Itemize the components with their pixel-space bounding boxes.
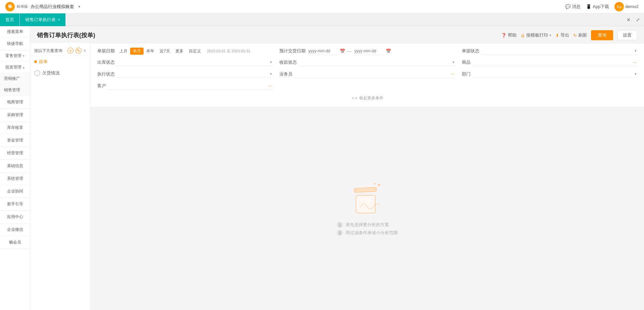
collapse-more-button[interactable]: ∧∧ 收起更多条件	[97, 93, 637, 103]
tip-text-1: 请先选择要分析的方案	[345, 222, 389, 228]
tab-sales-order[interactable]: 销售订单执行表 ×	[20, 13, 66, 26]
sidebar-item-wholesale-mgmt[interactable]: 批发管理 ▴	[0, 62, 30, 73]
custom-btn[interactable]: 自定义	[186, 48, 204, 55]
left-panel-collapse-button[interactable]: «	[84, 48, 86, 54]
left-panel-edit-button[interactable]: ✎	[75, 48, 82, 54]
sidebar-sub-item-marketing[interactable]: 营销推广	[0, 73, 30, 85]
filter-delivery-status-group: 出库状态 ▾	[97, 58, 273, 66]
filter-with-left-panel: 按以下方案查询 + ✎ « ✓ 按单 ○ 欠货情况	[30, 43, 644, 310]
left-panel-actions: + ✎ «	[67, 48, 86, 54]
page-header: 销售订单执行表(按单) ❓ 帮助 🖨 按模板打印 ▾ ⬇ 导出 ↻ 刷新	[30, 26, 644, 43]
tab-window-actions: ✕ ⤢	[623, 16, 644, 23]
status-label: 单据状态	[462, 48, 479, 54]
help-action[interactable]: ❓ 帮助	[501, 32, 517, 38]
sidebar-item-purchase[interactable]: 采购管理	[0, 109, 30, 121]
left-panel-item-by-order[interactable]: ✓ 按单	[30, 56, 90, 67]
sidebar-item-enterprise-collab[interactable]: 企业协同	[0, 185, 30, 198]
empty-state: ✦ ✦ ◠◡◠ 1 请先选择要分析的方案 2 用过滤条件来缩小分析范围	[91, 107, 644, 310]
current-month-btn[interactable]: 本月	[130, 48, 144, 55]
sidebar-item-enterprise-wechat[interactable]: 企业微信	[0, 223, 30, 236]
status-dropdown-icon: ▾	[635, 49, 637, 53]
date-range-text: 2023-03-01 至 2023-03-31	[207, 49, 251, 54]
execution-status-label: 执行状态	[97, 71, 115, 77]
tab-close-icon[interactable]: ×	[58, 17, 60, 22]
empty-sparkle-icon: ✦	[373, 182, 377, 186]
execution-status-select[interactable]: ▾	[117, 70, 273, 78]
delivery-start-date-input[interactable]	[308, 48, 338, 55]
user-action[interactable]: Ea demo2	[614, 2, 639, 11]
sidebar-item-inventory[interactable]: 库存核算	[0, 121, 30, 134]
page-title: 销售订单执行表(按单)	[37, 31, 95, 39]
sidebar-item-operations[interactable]: 经营管理	[0, 147, 30, 160]
status-select[interactable]: ▾	[481, 47, 637, 55]
header-left: 畅 标准版 办公用品行业模拟账套 ▾	[5, 2, 80, 11]
sidebar-item-member[interactable]: 畅会员	[0, 236, 30, 249]
execution-status-dropdown-icon: ▾	[270, 72, 272, 76]
end-calendar-icon[interactable]: 📅	[386, 49, 391, 54]
sidebar-item-finance[interactable]: 资金管理	[0, 134, 30, 147]
active-dot-icon: ✓	[34, 60, 37, 63]
delivery-end-date-input[interactable]	[354, 48, 384, 55]
header-right: 💬 消息 📱 App下载 Ea demo2	[565, 2, 639, 11]
customer-picker-button[interactable]: ···	[268, 83, 272, 88]
more-btn[interactable]: 更多	[173, 48, 186, 55]
recent7-btn[interactable]: 近7天	[157, 48, 173, 55]
top-header: 畅 标准版 办公用品行业模拟账套 ▾ 💬 消息 📱 App下载 Ea demo2	[0, 0, 644, 13]
download-icon: 📱	[586, 4, 591, 9]
sidebar-item-system-mgmt[interactable]: 系统管理	[0, 172, 30, 185]
retail-mgmt-arrow: ▾	[23, 54, 24, 58]
app-download-label: App下载	[593, 4, 609, 10]
tab-sales-order-label: 销售订单执行表	[25, 17, 56, 23]
payment-status-select[interactable]: ▾	[299, 59, 455, 66]
filter-date-group: 单据日期 上月 本月 本年 近7天 更多 自定义 2023-03-01 至 20…	[97, 47, 273, 55]
tab-home[interactable]: 首页	[0, 13, 20, 26]
settings-button[interactable]: 设置	[617, 30, 637, 40]
salesperson-picker-button[interactable]: ···	[450, 71, 454, 76]
breadcrumb: 办公用品行业模拟账套	[31, 4, 74, 10]
filter-row-3: 执行状态 ▾ 业务员 ···	[97, 70, 637, 78]
department-dropdown-icon: ▾	[635, 72, 637, 76]
content-area: 销售订单执行表(按单) ❓ 帮助 🖨 按模板打印 ▾ ⬇ 导出 ↻ 刷新	[30, 26, 644, 310]
right-content: 单据日期 上月 本月 本年 近7天 更多 自定义 2023-03-01 至 20…	[91, 43, 644, 310]
breadcrumb-dropdown-icon[interactable]: ▾	[78, 4, 80, 9]
left-panel-item-backorder[interactable]: ○ 欠货情况	[30, 67, 90, 79]
query-button[interactable]: 查询	[591, 30, 613, 40]
logo-subtext: 标准版	[17, 4, 28, 9]
left-panel-item1-label: 按单	[39, 59, 48, 65]
message-action[interactable]: 💬 消息	[565, 4, 581, 10]
sidebar-item-basic-info[interactable]: 基础信息	[0, 160, 30, 172]
wholesale-mgmt-arrow: ▴	[23, 65, 24, 69]
sidebar-item-retail-mgmt[interactable]: 零售管理 ▾	[0, 50, 30, 62]
export-action[interactable]: ⬇ 导出	[555, 32, 569, 38]
print-action[interactable]: 🖨 按模板打印 ▾	[521, 32, 551, 38]
department-select[interactable]: ▾	[473, 70, 637, 78]
payment-status-label: 收款状态	[279, 59, 297, 65]
left-panel-add-button[interactable]: +	[67, 48, 73, 54]
goods-picker-button[interactable]: ···	[633, 59, 637, 65]
empty-tip-2: 2 用过滤条件来缩小分析范围	[337, 230, 398, 236]
collapse-more-label: 收起更多条件	[359, 96, 383, 100]
current-year-btn[interactable]: 本年	[144, 48, 157, 55]
filter-payment-status-group: 收款状态 ▾	[279, 58, 455, 66]
sidebar-item-ecommerce[interactable]: 电商管理	[0, 96, 30, 109]
main-layout: 搜索菜单 快捷导航 零售管理 ▾ 批发管理 ▴ 营销推广 销售管理 电商管理 采…	[0, 26, 644, 310]
sidebar-item-quick-nav[interactable]: 快捷导航	[0, 38, 30, 50]
sidebar-item-search-menu[interactable]: 搜索菜单	[0, 26, 30, 38]
sidebar-item-app-center[interactable]: 应用中心	[0, 211, 30, 223]
refresh-action[interactable]: ↻ 刷新	[573, 32, 587, 38]
delivery-status-select[interactable]: ▾	[117, 59, 273, 66]
sidebar-item-new-user-guide[interactable]: 新手引导	[0, 198, 30, 211]
app-download-action[interactable]: 📱 App下载	[586, 4, 609, 10]
empty-face-icon: ◠◡◠	[361, 202, 380, 210]
date-range-dash: —	[347, 49, 352, 54]
department-label: 部门	[462, 71, 471, 77]
window-close-button[interactable]: ✕	[625, 16, 632, 23]
help-label: 帮助	[508, 32, 517, 38]
last-month-btn[interactable]: 上月	[117, 48, 130, 55]
sidebar-sub-item-sales-mgmt[interactable]: 销售管理	[0, 85, 30, 96]
estimated-delivery-label: 预计交货日期	[279, 48, 306, 54]
user-name-label: demo2	[625, 4, 639, 9]
window-expand-button[interactable]: ⤢	[635, 16, 641, 23]
date-filter-buttons: 上月 本月 本年 近7天 更多 自定义	[117, 48, 204, 55]
start-calendar-icon[interactable]: 📅	[340, 49, 345, 54]
